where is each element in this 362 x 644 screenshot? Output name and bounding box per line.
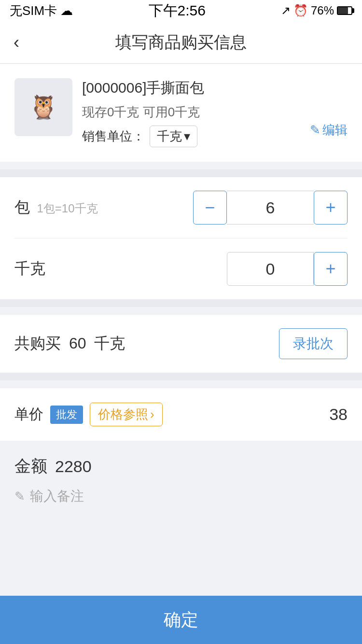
- kg-label: 千克: [14, 260, 45, 277]
- nav-bar: ‹ 填写商品购买信息: [0, 21, 362, 64]
- status-bar: 无SIM卡 ☁ 下午2:56 ↗ ⏰ 76%: [0, 0, 362, 21]
- note-placeholder: 输入备注: [30, 487, 84, 505]
- chevron-right-icon: ›: [150, 407, 154, 422]
- price-ref-button[interactable]: 价格参照 ›: [90, 403, 163, 426]
- kg-quantity-input[interactable]: [227, 252, 314, 286]
- unit-select[interactable]: 千克 ▾: [150, 126, 197, 147]
- kg-increase-button[interactable]: +: [314, 252, 348, 286]
- quantity-section: 包 1包=10千克 − + 千克 +: [0, 177, 362, 299]
- status-right: ↗ ⏰ 76%: [281, 4, 352, 17]
- kg-row: 千克 +: [14, 238, 348, 299]
- amount-row: 金额 2280: [14, 455, 348, 477]
- price-value: 38: [329, 405, 348, 424]
- battery-text: 76%: [311, 4, 334, 17]
- batch-button[interactable]: 录批次: [279, 328, 348, 359]
- separator-2: [0, 299, 362, 307]
- page-title: 填写商品购买信息: [115, 31, 247, 54]
- status-time: 下午2:56: [149, 1, 206, 21]
- price-ref-label: 价格参照: [98, 406, 148, 423]
- bao-row: 包 1包=10千克 − +: [14, 177, 348, 238]
- amount-value: 2280: [55, 457, 92, 476]
- location-icon: ↗: [281, 4, 291, 17]
- edit-icon: ✎: [310, 123, 320, 138]
- note-row[interactable]: ✎ 输入备注: [14, 487, 348, 505]
- bao-increase-button[interactable]: +: [314, 191, 348, 224]
- product-logo-icon: 🦉: [29, 94, 58, 121]
- product-image: 🦉: [14, 78, 72, 136]
- amount-label: 金额: [14, 455, 47, 477]
- product-unit-row: 销售单位： 千克 ▾: [82, 126, 348, 147]
- total-label-group: 共购买 60 千克: [14, 333, 125, 354]
- back-button[interactable]: ‹: [14, 32, 19, 53]
- kg-quantity-control: +: [227, 252, 348, 286]
- product-name: [0000006]手撕面包: [82, 78, 348, 98]
- separator-3: [0, 373, 362, 380]
- signal-text: 无SIM卡 ☁: [10, 2, 73, 19]
- price-label: 单价: [14, 405, 43, 424]
- product-stock: 现存0千克 可用0千克: [82, 104, 348, 121]
- battery-icon: [337, 6, 352, 15]
- bao-decrease-button[interactable]: −: [193, 191, 227, 224]
- unit-value: 千克: [157, 128, 182, 145]
- chevron-down-icon: ▾: [184, 129, 190, 144]
- bao-label: 包: [14, 198, 30, 216]
- kg-label-group: 千克: [14, 258, 45, 280]
- total-row: 共购买 60 千克 录批次: [14, 315, 348, 373]
- status-left: 无SIM卡 ☁: [10, 2, 73, 19]
- note-icon: ✎: [14, 489, 25, 504]
- total-label: 共购买 60 千克: [14, 335, 125, 352]
- amount-section: 金额 2280 ✎ 输入备注: [0, 441, 362, 515]
- bao-quantity-control: − +: [193, 191, 348, 224]
- product-info: [0000006]手撕面包 现存0千克 可用0千克 销售单位： 千克 ▾: [82, 78, 348, 147]
- unit-label: 销售单位：: [82, 128, 145, 145]
- total-unit: 千克: [94, 335, 125, 352]
- alarm-icon: ⏰: [293, 4, 308, 17]
- separator-1: [0, 169, 362, 177]
- confirm-button[interactable]: 确定: [0, 596, 362, 644]
- total-section: 共购买 60 千克 录批次: [0, 315, 362, 373]
- total-quantity: 60: [69, 335, 86, 352]
- bao-label-group: 包 1包=10千克: [14, 197, 98, 218]
- price-row: 单价 批发 价格参照 › 38: [14, 403, 348, 426]
- price-badge: 批发: [50, 406, 83, 424]
- edit-label: 编辑: [322, 122, 348, 139]
- product-card: 🦉 [0000006]手撕面包 现存0千克 可用0千克 销售单位： 千克 ▾ ✎…: [0, 64, 362, 162]
- price-section: 单价 批发 价格参照 › 38: [0, 388, 362, 441]
- bao-quantity-input[interactable]: [227, 191, 314, 224]
- edit-button[interactable]: ✎ 编辑: [310, 122, 348, 139]
- bao-hint: 1包=10千克: [37, 202, 97, 215]
